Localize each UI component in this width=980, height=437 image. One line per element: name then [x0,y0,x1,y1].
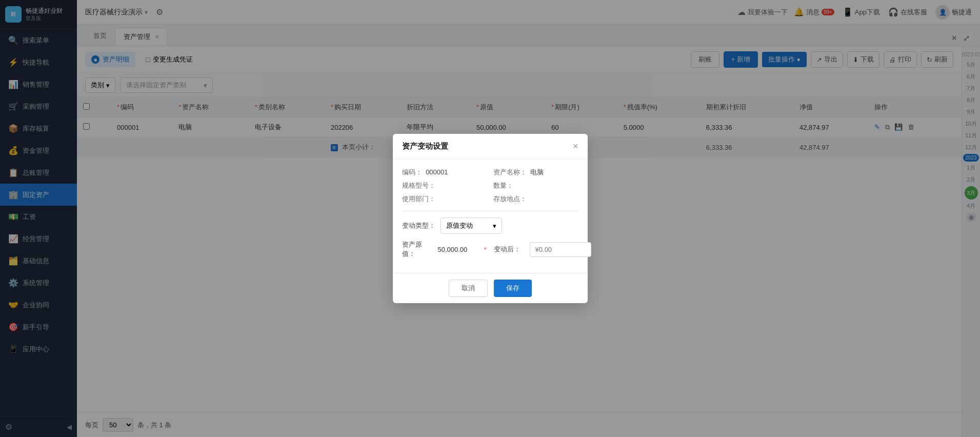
modal-close-button[interactable]: × [573,141,578,152]
after-change-label: 变动后： [494,245,525,254]
modal-dept: 使用部门： [402,194,487,204]
modal-location: 存放地点： [493,194,578,204]
spec-label: 规格型号： [402,182,435,189]
after-change-input[interactable] [530,242,591,257]
change-type-select[interactable]: 原值变动 ▾ [441,217,502,234]
asset-value-row: 资产原值： 50,000.00 * 变动后： [402,240,578,259]
change-type-chevron-icon: ▾ [493,222,496,230]
modal-quantity: 数量： [493,181,578,190]
modal-divider [402,211,578,211]
dept-label: 使用部门： [402,195,435,203]
cancel-button[interactable]: 取消 [449,280,488,297]
modal-spec: 规格型号： [402,181,487,190]
asset-value-label: 资产原值： [402,240,433,259]
modal-body: 编码： 000001 资产名称： 电脑 规格型号： 数量： 使用部门： [393,160,588,273]
location-label: 存放地点： [493,195,527,203]
code-label: 编码： [402,168,422,176]
save-button[interactable]: 保存 [494,280,532,297]
asset-value: 50,000.00 [438,246,479,253]
modal-overlay: 资产变动设置 × 编码： 000001 资产名称： 电脑 规格型号： 数量： [0,0,980,437]
modal-header: 资产变动设置 × [393,134,588,160]
modal-code: 编码： 000001 [402,168,487,177]
asset-name-label: 资产名称： [493,168,527,176]
change-type-value: 原值变动 [446,221,473,230]
change-type-row: 变动类型： 原值变动 ▾ [402,217,578,234]
required-icon: * [484,246,487,253]
quantity-label: 数量： [493,182,513,189]
change-type-label: 变动类型： [402,221,435,230]
modal-title: 资产变动设置 [402,142,448,151]
asset-name-value: 电脑 [530,168,544,176]
modal-footer: 取消 保存 [393,273,588,303]
modal-asset-name: 资产名称： 电脑 [493,168,578,177]
modal-info-grid: 编码： 000001 资产名称： 电脑 规格型号： 数量： 使用部门： [402,168,578,204]
asset-change-modal: 资产变动设置 × 编码： 000001 资产名称： 电脑 规格型号： 数量： [393,134,588,303]
code-value: 000001 [426,168,448,176]
